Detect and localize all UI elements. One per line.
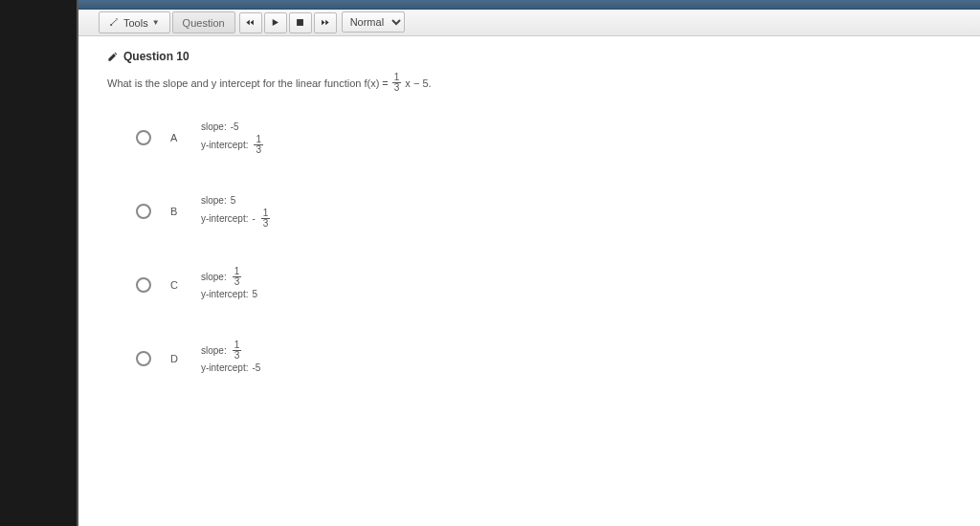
view-mode-select[interactable]: Normal [342, 11, 405, 33]
prompt-fraction: 1 3 [392, 73, 402, 93]
option-letter: D [170, 353, 182, 364]
toolbar: Tools ▼ Question Normal [78, 10, 980, 36]
radio-d[interactable] [136, 351, 151, 366]
prompt-prefix: What is the slope and y intercept for th… [107, 77, 389, 89]
option-d[interactable]: D slope: 1 3 y-intercept: -5 [136, 340, 951, 376]
stop-button[interactable] [289, 12, 312, 33]
wrench-icon [109, 17, 120, 28]
option-letter: C [170, 279, 182, 291]
option-content: slope: 1 3 y-intercept: -5 [201, 340, 260, 376]
nav-controls [238, 11, 338, 33]
tools-dropdown[interactable]: Tools ▼ [99, 11, 170, 33]
radio-b[interactable] [136, 204, 151, 219]
pencil-icon [107, 52, 118, 62]
question-label: Question [183, 17, 225, 29]
question-button[interactable]: Question [172, 11, 235, 33]
option-content: slope: 1 3 y-intercept: 5 [201, 267, 257, 302]
option-a[interactable]: A slope: -5 y-intercept: 1 3 [136, 120, 951, 155]
play-button[interactable] [264, 12, 287, 33]
question-prompt: What is the slope and y intercept for th… [107, 73, 951, 93]
tools-label: Tools [123, 17, 148, 29]
question-header: Question 10 [107, 50, 951, 63]
app-window: Tools ▼ Question Normal [77, 0, 980, 526]
svg-rect-0 [297, 19, 303, 26]
option-content: slope: 5 y-intercept: - 1 3 [201, 193, 272, 229]
option-letter: A [170, 132, 182, 143]
radio-c[interactable] [136, 277, 151, 293]
radio-a[interactable] [136, 130, 151, 145]
option-b[interactable]: B slope: 5 y-intercept: - 1 3 [136, 193, 951, 229]
fast-forward-button[interactable] [314, 12, 337, 33]
answer-options: A slope: -5 y-intercept: 1 3 [107, 120, 951, 376]
prompt-suffix: x − 5. [405, 77, 431, 89]
rewind-button[interactable] [239, 12, 262, 33]
play-icon [270, 17, 280, 28]
window-top-bar [78, 0, 980, 10]
content-area: Question 10 What is the slope and y inte… [78, 36, 980, 526]
option-c[interactable]: C slope: 1 3 y-intercept: 5 [136, 267, 951, 302]
caret-down-icon: ▼ [152, 18, 160, 27]
option-letter: B [170, 206, 182, 217]
stop-icon [295, 17, 305, 28]
rewind-icon [245, 17, 256, 28]
question-number: Question 10 [123, 50, 189, 63]
option-content: slope: -5 y-intercept: 1 3 [201, 120, 265, 155]
fast-forward-icon [320, 17, 330, 28]
